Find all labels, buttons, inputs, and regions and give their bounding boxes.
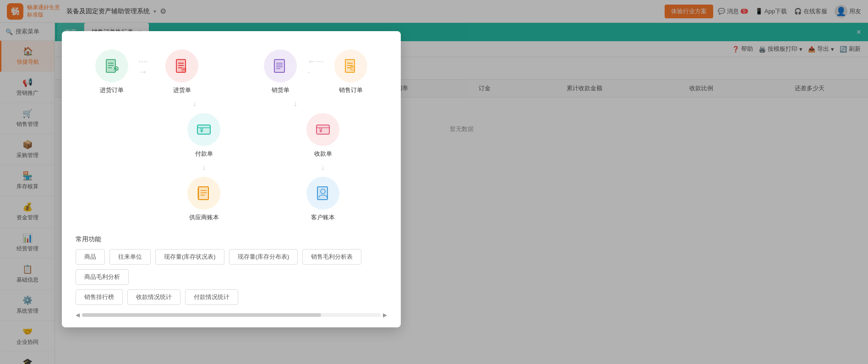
flow-node-supplier-ledger[interactable]: 供应商账本 <box>176 177 231 222</box>
quick-nav-popup: 进货订单 · · · · → 进货单 <box>62 31 401 327</box>
arrow-row-down: ↓ ↓ <box>76 99 387 109</box>
arrow-rec-down: ↓ <box>295 163 350 172</box>
payment-bill-label: 付款单 <box>195 150 213 158</box>
arrow-row2-down: ↓ ↓ <box>76 163 387 172</box>
flow-node-customer-ledger[interactable]: 客户账本 <box>295 177 350 222</box>
svg-text:¥: ¥ <box>319 127 322 134</box>
purchase-order-icon <box>95 49 128 82</box>
flow-row-2: ¥ 付款单 ¥ 收款单 <box>76 109 387 163</box>
svg-rect-11 <box>181 68 186 71</box>
flow-node-sales-order[interactable]: 销售订单 <box>324 49 378 94</box>
common-functions-title: 常用功能 <box>76 235 387 244</box>
popup-scrollbar: ◀ ▶ <box>76 312 387 318</box>
svg-rect-13 <box>274 60 284 72</box>
cf-btn-partner[interactable]: 往来单位 <box>109 249 151 265</box>
purchase-order-label: 进货订单 <box>100 86 124 94</box>
purchase-bill-label: 进货单 <box>173 86 191 94</box>
cf-btn-payment-stats[interactable]: 付款情况统计 <box>185 289 238 305</box>
cf-btn-stock-status[interactable]: 现存量(库存状况表) <box>155 249 224 265</box>
arrow-sb-down: ↓ <box>268 99 323 109</box>
flow-node-receipt-bill[interactable]: ¥ 收款单 <box>295 113 350 158</box>
cf-btn-stock-dist[interactable]: 现存量(库存分布表) <box>229 249 298 265</box>
customer-ledger-label: 客户账本 <box>311 213 335 222</box>
flow-node-sales-bill[interactable]: 销货单 <box>254 49 307 94</box>
svg-rect-34 <box>198 187 208 200</box>
supplier-ledger-icon <box>187 177 220 210</box>
flow-node-payment-bill[interactable]: ¥ 付款单 <box>176 113 231 158</box>
svg-text:¥: ¥ <box>200 127 203 134</box>
purchase-bill-icon <box>165 49 198 82</box>
flow-node-purchase-bill[interactable]: 进货单 <box>155 49 209 94</box>
arrow-pb-down: ↓ <box>167 99 222 109</box>
sales-order-label: 销售订单 <box>339 86 363 94</box>
scrollbar-track[interactable] <box>82 313 381 317</box>
receipt-bill-icon: ¥ <box>306 113 339 146</box>
arrow-po-to-pb: · · · · → <box>138 56 155 88</box>
scroll-right-icon[interactable]: ▶ <box>383 312 387 318</box>
svg-rect-30 <box>317 125 329 134</box>
cf-btn-sales-margin[interactable]: 销售毛利分析表 <box>302 249 361 265</box>
sales-order-icon <box>334 49 367 82</box>
sales-bill-label: 销货单 <box>272 86 289 94</box>
scroll-left-icon[interactable]: ◀ <box>76 312 80 318</box>
scrollbar-thumb <box>82 313 321 317</box>
flow-diagram: 进货订单 · · · · → 进货单 <box>76 45 387 226</box>
flow-row-3: 供应商账本 客户账本 <box>76 172 387 226</box>
cf-btn-product[interactable]: 商品 <box>76 249 105 265</box>
svg-rect-26 <box>197 125 210 134</box>
svg-rect-36 <box>197 188 199 199</box>
cf-btn-receipt-stats[interactable]: 收款情况统计 <box>127 289 180 305</box>
common-functions-buttons: 商品 往来单位 现存量(库存状况表) 现存量(库存分布表) 销售毛利分析表 商品… <box>76 249 387 285</box>
payment-bill-icon: ¥ <box>187 113 220 146</box>
cf-btn-sales-rank[interactable]: 销售排行榜 <box>76 289 123 305</box>
sales-bill-icon <box>264 49 297 82</box>
flow-node-purchase-order[interactable]: 进货订单 <box>85 49 138 94</box>
common-functions: 常用功能 商品 往来单位 现存量(库存状况表) 现存量(库存分布表) 销售毛利分… <box>76 235 387 305</box>
arrow-pay-down: ↓ <box>176 163 231 172</box>
common-functions-buttons-2: 销售排行榜 收款情况统计 付款情况统计 <box>76 289 387 305</box>
arrow-so-to-sb: ← · · · · <box>307 56 324 88</box>
customer-ledger-icon <box>306 177 339 210</box>
flow-row-1: 进货订单 · · · · → 进货单 <box>76 45 387 99</box>
cf-btn-product-margin[interactable]: 商品毛利分析 <box>76 269 129 285</box>
receipt-bill-label: 收款单 <box>314 150 332 158</box>
supplier-ledger-label: 供应商账本 <box>189 213 219 222</box>
